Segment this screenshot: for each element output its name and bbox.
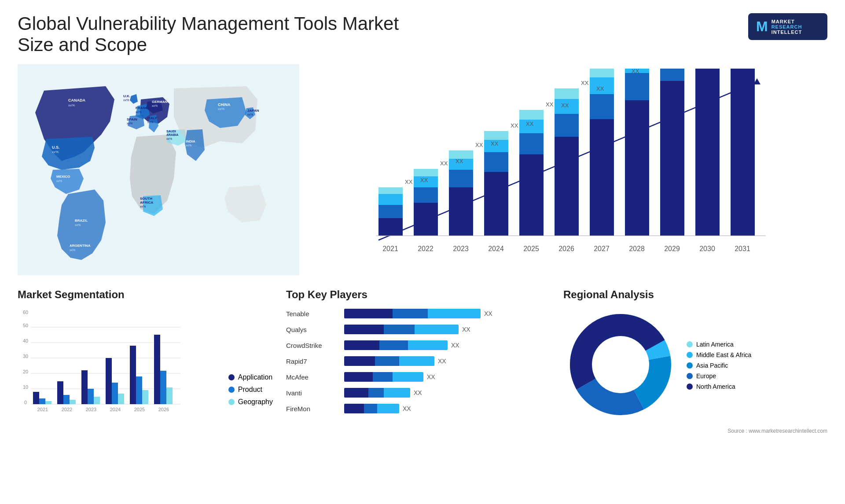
svg-rect-35 — [378, 218, 403, 236]
svg-rect-120 — [33, 392, 39, 404]
svg-text:XX: XX — [581, 80, 589, 86]
svg-text:GERMANY: GERMANY — [152, 100, 170, 104]
svg-text:xx%: xx% — [56, 179, 62, 183]
svg-rect-136 — [160, 371, 166, 404]
legend-label-product: Product — [238, 386, 262, 394]
svg-text:XX: XX — [405, 179, 413, 185]
svg-text:INDIA: INDIA — [186, 139, 195, 143]
svg-text:XX: XX — [475, 142, 483, 148]
svg-rect-74 — [590, 69, 614, 77]
legend-item-geography: Geography — [228, 398, 273, 406]
player-name-tenable: Tenable — [286, 310, 339, 318]
regional-dot-latin — [687, 341, 693, 347]
svg-text:50: 50 — [23, 323, 28, 328]
list-item: Qualys XX — [286, 323, 550, 336]
regional-label-mea: Middle East & Africa — [696, 351, 751, 358]
donut-chart — [563, 307, 678, 424]
donut-svg — [563, 307, 678, 422]
legend-dot-geography — [228, 399, 235, 405]
svg-rect-124 — [63, 395, 70, 404]
svg-text:2022: 2022 — [418, 245, 434, 252]
svg-rect-38 — [378, 187, 403, 194]
player-bar-qualys: XX — [344, 323, 550, 336]
svg-text:2025: 2025 — [523, 245, 539, 252]
svg-text:xx%: xx% — [218, 107, 224, 111]
legend-label-application: Application — [238, 373, 272, 381]
players-list: Tenable XX Qualys — [286, 307, 550, 415]
svg-text:SOUTH: SOUTH — [140, 197, 152, 201]
svg-text:2022: 2022 — [62, 407, 72, 412]
svg-text:XX: XX — [596, 85, 604, 92]
svg-rect-123 — [57, 381, 63, 404]
regional-title: Regional Analysis — [563, 289, 827, 301]
svg-text:xx%: xx% — [75, 223, 81, 226]
svg-rect-37 — [378, 194, 403, 205]
player-name-crowdstrike: CrowdStrike — [286, 342, 339, 349]
svg-text:2029: 2029 — [664, 245, 680, 252]
svg-text:xx%: xx% — [247, 113, 253, 116]
svg-rect-132 — [130, 346, 136, 404]
logo-box: M MARKET RESEARCH INTELLECT — [748, 13, 827, 40]
svg-text:BRAZIL: BRAZIL — [75, 219, 88, 223]
svg-rect-36 — [378, 205, 403, 218]
svg-text:ARABIA: ARABIA — [166, 133, 178, 136]
logo-line1: MARKET — [772, 19, 802, 24]
logo-letter: M — [756, 18, 768, 35]
player-xx-tenable: XX — [484, 310, 492, 317]
player-name-mcafee: McAfee — [286, 373, 339, 381]
svg-rect-128 — [94, 397, 100, 404]
bar-chart-container: 2021 XX 2022 XX — [317, 69, 819, 271]
svg-rect-59 — [519, 154, 544, 236]
svg-text:xx%: xx% — [52, 150, 59, 154]
player-xx-rapid7: XX — [438, 358, 446, 365]
player-bar-rapid7: XX — [344, 355, 550, 367]
segmentation-section: Market Segmentation 0 10 20 30 40 50 60 — [18, 289, 273, 434]
svg-text:2023: 2023 — [86, 407, 96, 412]
svg-rect-82 — [660, 69, 684, 81]
svg-text:XX: XX — [456, 158, 463, 164]
header: Global Vulnerability Management Tools Ma… — [18, 13, 827, 55]
svg-text:U.K.: U.K. — [123, 94, 130, 98]
svg-rect-81 — [660, 81, 684, 236]
player-bar-crowdstrike: XX — [344, 339, 550, 351]
svg-text:SPAIN: SPAIN — [127, 117, 137, 121]
regional-legend-item-apac: Asia Pacific — [687, 362, 751, 369]
svg-text:FRANCE: FRANCE — [136, 106, 151, 110]
regional-label-latin: Latin America — [696, 341, 734, 348]
list-item: Ivanti XX — [286, 387, 550, 399]
svg-text:xx%: xx% — [68, 103, 75, 107]
player-xx-qualys: XX — [462, 326, 470, 333]
svg-text:2021: 2021 — [382, 245, 398, 252]
logo-area: M MARKET RESEARCH INTELLECT — [748, 13, 827, 40]
svg-rect-42 — [414, 187, 438, 203]
svg-text:2027: 2027 — [594, 245, 610, 252]
player-xx-ivanti: XX — [414, 389, 422, 396]
svg-rect-44 — [414, 169, 438, 176]
regional-legend-item-na: North America — [687, 383, 751, 390]
svg-rect-76 — [625, 100, 649, 236]
svg-text:XX: XX — [561, 102, 569, 109]
legend-dot-product — [228, 387, 235, 393]
seg-svg: 0 10 20 30 40 50 60 — [18, 307, 185, 417]
svg-rect-56 — [484, 131, 508, 140]
svg-text:xx%: xx% — [166, 137, 172, 140]
svg-text:ARGENTINA: ARGENTINA — [70, 244, 91, 248]
legend-label-geography: Geography — [238, 398, 273, 406]
regional-dot-europe — [687, 373, 693, 379]
svg-rect-137 — [166, 387, 173, 404]
player-bar-ivanti: XX — [344, 387, 550, 399]
svg-text:SAUDI: SAUDI — [166, 130, 176, 133]
svg-rect-125 — [70, 400, 76, 404]
player-name-ivanti: Ivanti — [286, 389, 339, 397]
svg-rect-60 — [519, 133, 544, 154]
legend-dot-application — [228, 374, 235, 380]
svg-text:XX: XX — [526, 121, 534, 127]
regional-legend-item-europe: Europe — [687, 373, 751, 380]
svg-text:2021: 2021 — [37, 407, 48, 412]
source-text: Source : www.marketresearchintellect.com — [563, 428, 827, 434]
svg-text:AFRICA: AFRICA — [140, 201, 153, 205]
svg-text:2024: 2024 — [488, 245, 504, 252]
svg-text:xx%: xx% — [186, 144, 191, 147]
svg-text:xx%: xx% — [147, 121, 153, 124]
svg-rect-86 — [695, 69, 720, 236]
